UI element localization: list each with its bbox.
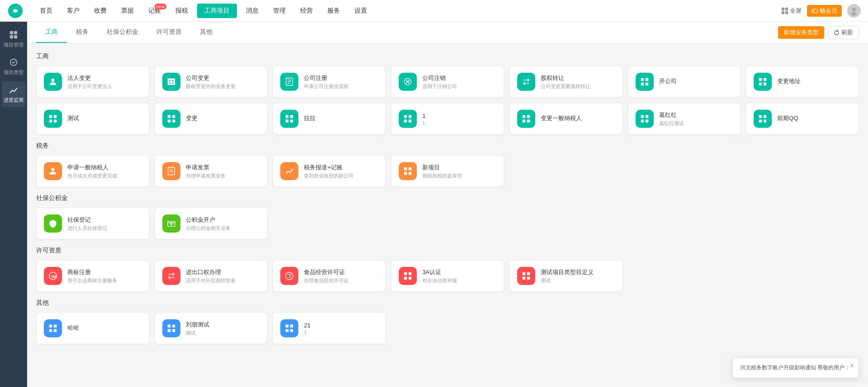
card-food-license[interactable]: 食品经营许可证办理食品经营许可证 xyxy=(273,260,386,292)
svg-rect-61 xyxy=(764,115,766,118)
svg-rect-60 xyxy=(759,115,762,118)
nav-item-service[interactable]: 服务 xyxy=(320,0,347,22)
nav-item-manage[interactable]: 管理 xyxy=(266,0,293,22)
svg-rect-89 xyxy=(167,325,170,327)
svg-point-73 xyxy=(170,223,173,225)
card-new-project[interactable]: 新项目报税加税控盘保管 xyxy=(391,155,504,187)
card-haha[interactable]: 哈哈 xyxy=(36,312,149,344)
nav-item-settings[interactable]: 设置 xyxy=(347,0,374,22)
card-change-taxpayer[interactable]: 变更一般纳税人 xyxy=(509,103,623,135)
tab-social-fund[interactable]: 社保公积金 xyxy=(98,22,147,43)
svg-rect-12 xyxy=(10,35,13,38)
card-liupeng-test[interactable]: 刘朋测试测试 xyxy=(155,312,268,344)
card-company-change[interactable]: 公司变更股权变更外的业务变更 xyxy=(155,66,268,98)
card-3a-cert[interactable]: 3A认证对企业信誉评级 xyxy=(391,260,504,292)
svg-rect-63 xyxy=(764,120,766,122)
vip-button[interactable]: 畅会员 xyxy=(807,5,842,17)
card-test[interactable]: 测试 xyxy=(36,103,149,135)
card-desc-company-change: 股权变更外的业务变更 xyxy=(186,83,260,90)
card-desc-fund-account: 办理公积金相关业务 xyxy=(186,225,260,232)
card-desc-apply-invoice: 办理申请发票业务 xyxy=(186,173,260,179)
nav-item-operation[interactable]: 经营 xyxy=(293,0,320,22)
card-company-register[interactable]: 公司注册申请公司注册全流程 xyxy=(273,66,386,98)
svg-rect-79 xyxy=(404,277,407,280)
card-import-export[interactable]: 进出口权办理适用于对外贸易经营者 xyxy=(155,260,268,292)
nav-item-tax[interactable]: 报税 xyxy=(168,0,195,22)
card-social-register[interactable]: 社保登记进行人员社保登记 xyxy=(36,208,149,239)
card-icon-fund-account xyxy=(162,214,180,233)
card-gehonghong[interactable]: 葛红红葛红红测试 xyxy=(628,103,741,135)
notification-close-button[interactable]: × xyxy=(850,362,854,370)
nav-item-home[interactable]: 首页 xyxy=(33,0,60,22)
notification-popup: × 河北税务数字账户升级影响通知 尊敬的用户： xyxy=(732,358,859,378)
svg-text:TM: TM xyxy=(51,275,56,279)
card-name-tax-report-bookkeeping: 税务报道+记账 xyxy=(304,163,378,172)
top-nav: 首页客户收费票据记账new报税工商项目消息管理经营服务设置 全屏 畅会员 xyxy=(0,0,868,22)
svg-rect-46 xyxy=(286,120,288,122)
card-tax-report-bookkeeping[interactable]: 税务报道+记账拿到营业执照的新公司 xyxy=(273,155,386,187)
sidebar-item-progress-monitor[interactable]: 进度监测 xyxy=(2,81,25,107)
add-type-button[interactable]: 新增业务类型 xyxy=(778,26,824,39)
nav-item-client[interactable]: 客户 xyxy=(60,0,87,22)
svg-rect-19 xyxy=(169,83,170,84)
svg-rect-7 xyxy=(813,10,814,12)
license-section-title: 许可资质 xyxy=(36,247,859,255)
sidebar: 项目管理 项目类型 进度监测 xyxy=(0,22,27,387)
card-desc-twenty-one: 1 xyxy=(304,330,378,335)
card-icon-open-company xyxy=(636,73,654,91)
nav-item-bookkeeping[interactable]: 记账new xyxy=(141,0,168,22)
tab-other[interactable]: 其他 xyxy=(191,22,222,43)
card-apply-invoice[interactable]: 申请发票办理申请发票业务 xyxy=(155,155,268,187)
svg-rect-94 xyxy=(290,325,293,327)
svg-point-64 xyxy=(51,168,54,171)
card-icon-test xyxy=(44,110,62,128)
fullscreen-button[interactable]: 全屏 xyxy=(782,7,802,15)
svg-rect-85 xyxy=(49,325,52,327)
tab-tax[interactable]: 税务 xyxy=(67,22,98,43)
tab-industry[interactable]: 工商 xyxy=(36,22,67,43)
card-one[interactable]: 11 xyxy=(391,103,504,135)
page-content: 工商 法人变更适用于公司变更法人公司变更股权变更外的业务变更公司注册申请公司注册… xyxy=(27,43,868,387)
card-lala[interactable]: 拉拉 xyxy=(273,103,386,135)
refresh-button[interactable]: 刷新 xyxy=(828,26,859,39)
nav-item-industry[interactable]: 工商项目 xyxy=(197,4,237,18)
card-change-address[interactable]: 变更地址 xyxy=(746,66,859,98)
card-desc-company-register: 申请公司注册全流程 xyxy=(304,83,378,90)
card-twenty-one[interactable]: 211 xyxy=(273,312,386,344)
svg-rect-50 xyxy=(404,120,407,122)
nav-item-ticket[interactable]: 票据 xyxy=(114,0,141,22)
card-name-social-register: 社保登记 xyxy=(67,216,142,224)
progress-monitor-icon xyxy=(9,85,19,95)
card-icon-company-register xyxy=(280,73,298,91)
svg-rect-30 xyxy=(641,83,643,85)
svg-rect-52 xyxy=(523,115,525,118)
nav-item-message[interactable]: 消息 xyxy=(239,0,266,22)
user-avatar[interactable] xyxy=(847,4,861,18)
card-name-company-cancel: 公司注销 xyxy=(422,74,496,82)
card-name-3a-cert: 3A认证 xyxy=(422,268,496,276)
card-test-type-def[interactable]: 测试项目类型目定义测试 xyxy=(509,260,623,292)
nav-item-billing[interactable]: 收费 xyxy=(87,0,114,22)
card-trademark[interactable]: TM商标注册用于企业商标注册服务 xyxy=(36,260,149,292)
card-change[interactable]: 变更 xyxy=(155,103,268,135)
card-pre-qq[interactable]: 前期QQ xyxy=(746,103,859,135)
sidebar-label-progress-monitor: 进度监测 xyxy=(4,97,24,103)
card-icon-change xyxy=(162,110,180,128)
card-equity-transfer[interactable]: 股权转让公司变更需要股权转让 xyxy=(509,66,623,98)
card-company-cancel[interactable]: 公司注销适用于注销公司 xyxy=(391,66,504,98)
sidebar-item-project-type[interactable]: 项目类型 xyxy=(2,54,25,79)
card-fund-account[interactable]: 公积金开户办理公积金相关业务 xyxy=(155,208,268,239)
card-open-company[interactable]: 开公司 xyxy=(628,66,741,98)
svg-rect-45 xyxy=(290,115,293,118)
card-icon-import-export xyxy=(162,267,180,285)
tab-license[interactable]: 许可资质 xyxy=(147,22,191,43)
card-apply-taxpayer[interactable]: 申请一般纳税人当月或次月成变更完成 xyxy=(36,155,149,187)
sidebar-item-project-manage[interactable]: 项目管理 xyxy=(2,26,25,52)
card-icon-food-license xyxy=(280,267,298,285)
card-legal-change[interactable]: 法人变更适用于公司变更法人 xyxy=(36,66,149,98)
card-icon-change-taxpayer xyxy=(517,110,535,128)
svg-rect-16 xyxy=(167,79,175,85)
svg-rect-59 xyxy=(645,120,648,122)
card-icon-gehonghong xyxy=(636,110,654,128)
card-desc-liupeng-test: 测试 xyxy=(186,330,260,336)
